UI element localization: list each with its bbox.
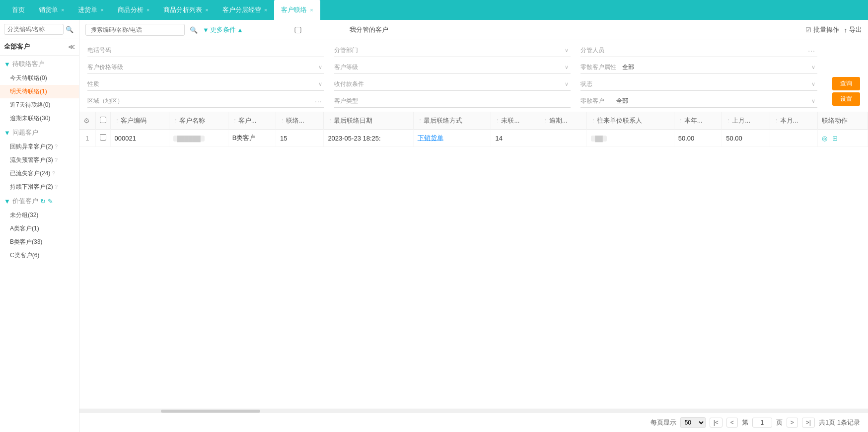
cell-this-month: [770, 130, 817, 147]
data-table-container: ⚙ ⋮客户编码 ⋮客户名称 ⋮客户...: [79, 112, 868, 409]
sidebar-item-ungrouped[interactable]: 未分组(32): [0, 209, 79, 222]
dots-icon[interactable]: ···: [808, 47, 815, 55]
col-overdue: ⋮逾期...: [539, 112, 586, 130]
prev-page-btn[interactable]: <: [726, 418, 738, 428]
query-button[interactable]: 查询: [832, 77, 860, 90]
filter-more-label: 更多条件: [210, 25, 236, 34]
edit-icon[interactable]: ✎: [48, 198, 53, 205]
nav-close-product-analysis[interactable]: ×: [146, 7, 149, 13]
triangle-icon-2: ▼: [4, 129, 10, 137]
filter-department-label: 分管部门: [334, 46, 364, 55]
batch-operation-btn[interactable]: ☑ 批量操作: [805, 25, 839, 34]
problem-customers-group: ▼ 问题客户: [0, 125, 79, 140]
sort-icon-12: ⋮: [774, 118, 779, 124]
my-customers-checkbox[interactable]: [248, 27, 348, 33]
filter-manager: 分管人员 ···: [580, 44, 817, 57]
next-page-btn[interactable]: >: [787, 418, 798, 428]
first-page-btn[interactable]: |<: [710, 418, 723, 428]
sidebar-item-class-c[interactable]: C类客户(6): [0, 249, 79, 262]
contact-method-link[interactable]: 下销货单: [418, 134, 443, 142]
customer-table: ⚙ ⋮客户编码 ⋮客户名称 ⋮客户...: [79, 112, 868, 147]
sidebar-item-overdue-pending[interactable]: 逾期未联络(30): [0, 112, 79, 125]
retail-customer-value: 全部: [616, 97, 628, 105]
nav-home[interactable]: 首页: [5, 0, 32, 20]
nav-close-sales-order[interactable]: ×: [61, 7, 64, 13]
nav-close-customer-contact[interactable]: ×: [310, 7, 313, 13]
search-actions: ☑ 批量操作 ↑ 导出: [805, 25, 863, 34]
chevron-down-icon-5: ∨: [318, 81, 322, 87]
problem-customers-label: 问题客户: [12, 128, 38, 137]
row-checkbox[interactable]: [100, 134, 106, 141]
nav-product-analysis[interactable]: 商品分析 ×: [111, 0, 156, 20]
customer-name-blurred: ██████: [173, 136, 205, 142]
refresh-icon[interactable]: ↻: [40, 198, 46, 205]
col-this-month: ⋮本月...: [770, 112, 817, 130]
sidebar-search-input[interactable]: [4, 24, 64, 35]
nav-customer-segmentation[interactable]: 客户分层经营 ×: [216, 0, 274, 20]
sidebar-item-class-a[interactable]: A类客户(1): [0, 222, 79, 235]
collapse-icon[interactable]: ≪: [68, 43, 75, 51]
my-customers-checkbox-label[interactable]: 我分管的客户: [248, 25, 388, 34]
filter-retail-customer-label: 零散客户: [580, 97, 610, 105]
all-customers-label: 全部客户: [4, 42, 30, 51]
cell-contact-person: ██: [587, 130, 674, 147]
filter-price-level: 客户价格等级 ∨: [87, 61, 324, 74]
select-all-checkbox[interactable]: [100, 117, 106, 123]
search-submit-icon[interactable]: 🔍: [190, 26, 198, 34]
all-customers-section[interactable]: 全部客户 ≪: [0, 39, 79, 54]
filter-nature-label: 性质: [87, 80, 117, 88]
page-number-input[interactable]: [752, 418, 772, 428]
nav-customer-contact[interactable]: 客户联络 ×: [274, 0, 320, 20]
filter-icon: ▼: [203, 26, 209, 34]
col-last-month: ⋮上月...: [722, 112, 770, 130]
nav-sales-order[interactable]: 销货单 ×: [32, 0, 71, 20]
sidebar-item-repurchase-anomaly[interactable]: 回购异常客户(2) ?: [0, 140, 79, 153]
pending-contact-group: ▼ 待联络客户: [0, 57, 79, 72]
sort-icon-7: ⋮: [495, 118, 500, 124]
col-checkbox: [95, 112, 110, 130]
sidebar-item-tomorrow-pending[interactable]: 明天待联络(1): [0, 85, 79, 98]
page-size-select[interactable]: 50 100 200: [680, 417, 706, 428]
col-customer-name: ⋮客户名称: [169, 112, 228, 130]
chevron-down-icon-3: ∨: [565, 64, 569, 71]
sidebar-item-today-pending[interactable]: 今天待联络(0): [0, 72, 79, 85]
scrollbar-thumb[interactable]: [161, 410, 260, 413]
action-icon-1[interactable]: ◎: [822, 135, 827, 142]
sort-icon-2: ⋮: [173, 118, 178, 124]
filter-customer-level: 客户等级 ∨: [334, 61, 571, 74]
nav-purchase-order[interactable]: 进货单 ×: [71, 0, 110, 20]
row-number: 1: [79, 130, 95, 147]
sidebar-item-churned[interactable]: 已流失客户(24) ?: [0, 167, 79, 180]
current-page-label: 第: [742, 418, 748, 427]
horizontal-scrollbar[interactable]: [79, 409, 868, 413]
sort-icon-3: ⋮: [232, 118, 237, 124]
filter-customer-type: 客户类型: [334, 95, 571, 108]
action-icon-2[interactable]: ⊞: [832, 135, 838, 142]
settings-button[interactable]: 设置: [832, 92, 860, 106]
sidebar-search-icon[interactable]: 🔍: [66, 26, 73, 33]
sidebar-item-churn-warning[interactable]: 流失预警客户(3) ?: [0, 153, 79, 167]
sidebar-item-class-b[interactable]: B类客户(33): [0, 235, 79, 249]
nav-close-purchase-order[interactable]: ×: [100, 7, 103, 13]
sidebar-search-area: 🔍: [0, 20, 79, 39]
chevron-up-icon: ▲: [237, 26, 243, 34]
col-contact-person: ⋮往来单位联系人: [587, 112, 674, 130]
total-records: 共1页 1条记录: [819, 418, 860, 427]
export-btn[interactable]: ↑ 导出: [844, 25, 863, 34]
chevron-down-icon-8: ∨: [811, 98, 815, 104]
nav-close-product-analysis-list[interactable]: ×: [205, 7, 208, 13]
filter-retail-customer: 零散客户 全部 ∨: [580, 95, 817, 108]
dots-icon-2[interactable]: ···: [315, 97, 322, 105]
chevron-down-icon-4: ∨: [811, 64, 815, 71]
filter-more-btn[interactable]: ▼ 更多条件 ▲: [203, 25, 243, 34]
sidebar-item-7days-pending[interactable]: 近7天待联络(0): [0, 98, 79, 112]
gear-settings-icon[interactable]: ⚙: [83, 117, 90, 125]
last-page-btn[interactable]: >|: [802, 418, 815, 428]
search-input[interactable]: [85, 24, 185, 36]
sidebar-item-declining[interactable]: 持续下滑客户(2) ?: [0, 180, 79, 194]
cell-last-month: 50.00: [722, 130, 770, 147]
pending-contact-label: 待联络客户: [12, 60, 45, 69]
nav-product-analysis-list[interactable]: 商品分析列表 ×: [156, 0, 215, 20]
contact-person-blurred: ██: [591, 136, 607, 142]
nav-close-customer-segmentation[interactable]: ×: [264, 7, 267, 13]
